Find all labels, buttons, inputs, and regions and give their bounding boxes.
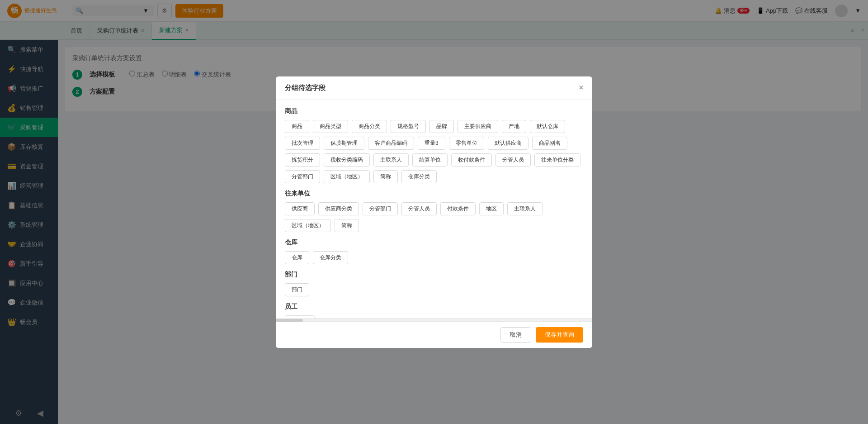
section-title-2: 仓库 (285, 238, 583, 247)
field-chip-1-2[interactable]: 分管部门 (363, 202, 398, 215)
section-title-1: 往来单位 (285, 190, 583, 198)
field-chip-0-0[interactable]: 商品 (285, 120, 309, 133)
field-chip-0-20[interactable]: 分管人员 (495, 153, 531, 167)
field-chip-2-0[interactable]: 仓库 (285, 251, 309, 264)
field-chip-2-1[interactable]: 仓库分类 (313, 251, 348, 264)
field-chip-0-11[interactable]: 重量3 (418, 137, 445, 150)
modal-hscroll-thumb (276, 319, 303, 322)
field-chip-0-15[interactable]: 拣货积分 (285, 153, 320, 167)
field-chip-0-24[interactable]: 简称 (373, 170, 398, 183)
field-chip-0-4[interactable]: 品牌 (429, 120, 454, 133)
modal-body[interactable]: 商品商品商品类型商品分类规格型号品牌主要供应商产地默认仓库批次管理保质期管理客户… (276, 100, 592, 318)
field-chip-0-9[interactable]: 保质期管理 (324, 137, 364, 150)
field-chip-0-21[interactable]: 往来单位分类 (534, 153, 580, 167)
field-chip-0-5[interactable]: 主要供应商 (458, 120, 498, 133)
field-chip-0-14[interactable]: 商品别名 (532, 137, 567, 150)
modal-title: 分组待选字段 (285, 84, 326, 92)
cancel-button[interactable]: 取消 (500, 327, 531, 343)
field-chip-1-1[interactable]: 供应商分类 (318, 202, 359, 215)
field-chip-0-25[interactable]: 仓库分类 (401, 170, 437, 183)
field-chip-0-12[interactable]: 零售单位 (449, 137, 484, 150)
modal-hscroll[interactable] (276, 318, 592, 321)
field-grid-3: 部门 (285, 283, 583, 296)
field-chip-0-22[interactable]: 分管部门 (285, 170, 320, 183)
field-chip-0-7[interactable]: 默认仓库 (530, 120, 565, 133)
modal-overlay: 分组待选字段 × 商品商品商品类型商品分类规格型号品牌主要供应商产地默认仓库批次… (0, 0, 868, 424)
modal-dialog: 分组待选字段 × 商品商品商品类型商品分类规格型号品牌主要供应商产地默认仓库批次… (276, 76, 592, 348)
section-title-4: 员工 (285, 303, 583, 311)
field-chip-0-6[interactable]: 产地 (502, 120, 526, 133)
field-chip-3-0[interactable]: 部门 (285, 283, 309, 296)
field-chip-1-3[interactable]: 分管人员 (401, 202, 437, 215)
field-chip-0-10[interactable]: 客户商品编码 (368, 137, 414, 150)
field-grid-1: 供应商供应商分类分管部门分管人员付款条件地区主联系人区域（地区）简称 (285, 202, 583, 232)
field-chip-0-16[interactable]: 税收分类编码 (324, 153, 370, 167)
field-grid-2: 仓库仓库分类 (285, 251, 583, 264)
field-chip-0-8[interactable]: 批次管理 (285, 137, 320, 150)
field-chip-0-17[interactable]: 主联系人 (373, 153, 409, 167)
field-chip-0-23[interactable]: 区域（地区） (324, 170, 370, 183)
confirm-button[interactable]: 保存并查询 (536, 327, 583, 343)
modal-footer: 取消 保存并查询 (276, 321, 592, 348)
field-chip-1-8[interactable]: 简称 (335, 219, 359, 232)
field-chip-0-19[interactable]: 收付款条件 (451, 153, 492, 167)
modal-close-button[interactable]: × (579, 84, 583, 92)
field-chip-1-5[interactable]: 地区 (479, 202, 504, 215)
field-chip-1-7[interactable]: 区域（地区） (285, 219, 331, 232)
section-title-0: 商品 (285, 107, 583, 115)
field-chip-0-13[interactable]: 默认供应商 (488, 137, 528, 150)
field-chip-1-4[interactable]: 付款条件 (440, 202, 476, 215)
field-grid-0: 商品商品类型商品分类规格型号品牌主要供应商产地默认仓库批次管理保质期管理客户商品… (285, 120, 583, 183)
field-chip-1-0[interactable]: 供应商 (285, 202, 315, 215)
field-chip-0-3[interactable]: 规格型号 (391, 120, 426, 133)
section-title-3: 部门 (285, 271, 583, 279)
field-chip-1-6[interactable]: 主联系人 (507, 202, 542, 215)
field-chip-0-1[interactable]: 商品类型 (313, 120, 348, 133)
field-chip-0-2[interactable]: 商品分类 (352, 120, 387, 133)
field-chip-0-18[interactable]: 结算单位 (412, 153, 448, 167)
modal-header: 分组待选字段 × (276, 76, 592, 100)
